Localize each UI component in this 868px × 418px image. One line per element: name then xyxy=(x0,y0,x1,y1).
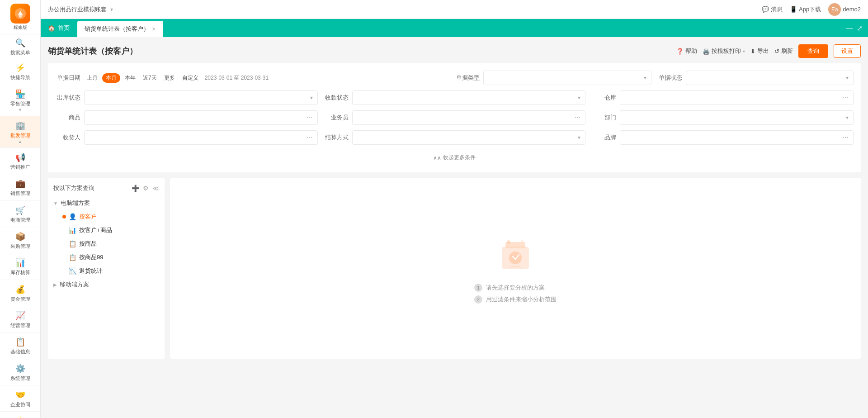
settings-scheme-button[interactable]: ⚙ xyxy=(143,185,149,192)
export-icon: ⬇ xyxy=(750,48,755,55)
message-label: 消息 xyxy=(771,5,783,14)
goods-more-icon[interactable]: ··· xyxy=(307,114,312,122)
refresh-icon: ↺ xyxy=(774,48,779,55)
payment-select[interactable]: ▾ xyxy=(352,90,586,105)
sidebar-item-operation[interactable]: 📈 经营管理 xyxy=(0,306,40,332)
status-label: 单据状态 xyxy=(657,74,682,82)
tree-item-by-goods-99[interactable]: 📋 按商品99 xyxy=(57,251,165,264)
refresh-button[interactable]: ↺ 刷新 xyxy=(774,47,793,55)
outstatus-chevron-icon: ▾ xyxy=(310,95,313,101)
salesperson-label: 业务员 xyxy=(323,114,349,122)
sidebar-item-marketing[interactable]: 📢 营销推广 xyxy=(0,148,40,174)
receiver-select[interactable]: ··· xyxy=(84,130,318,145)
warehouse-more-icon[interactable]: ··· xyxy=(843,94,849,102)
tab-minimize-button[interactable]: — xyxy=(846,24,853,32)
finance-icon: 💰 xyxy=(15,285,25,294)
wholesale-icon: 🏢 xyxy=(15,121,25,131)
active-indicator xyxy=(62,215,66,218)
sidebar-nav: 🏪 零售管理 ▼ 🏢 批发管理 ▲ 📢 营销推广 💼 销售管理 🛒 电商管理 📦… xyxy=(0,85,40,418)
stock-icon: 📊 xyxy=(15,258,25,268)
chevron-down-icon: ▼ xyxy=(18,108,22,112)
dept-select[interactable]: ▾ xyxy=(620,110,854,125)
date-tab-custom[interactable]: 自定义 xyxy=(179,73,201,83)
goods-select[interactable]: ··· xyxy=(84,110,318,125)
date-tab-this-month[interactable]: 本月 xyxy=(102,73,120,83)
tab-home[interactable]: 🏠 首页 xyxy=(41,19,77,37)
operation-icon: 📈 xyxy=(15,311,25,321)
body-area: 按以下方案查询 ➕ ⚙ ≪ ▼ 电脑端方案 xyxy=(48,178,861,359)
outstatus-select[interactable]: ▾ xyxy=(84,90,318,105)
right-panel: 1 请先选择要分析的方案 2 用过滤条件来缩小分析范围 xyxy=(170,178,861,359)
print-arrow-icon: ▾ xyxy=(743,49,745,54)
type-select[interactable]: ▾ xyxy=(483,71,651,85)
collapse-panel-button[interactable]: ≪ xyxy=(152,185,159,192)
sidebar-item-basic[interactable]: 📋 基础信息 xyxy=(0,332,40,359)
tree-group-pc[interactable]: ▼ 电脑端方案 xyxy=(48,196,165,210)
sidebar-item-finance[interactable]: 💰 资金管理 xyxy=(0,280,40,306)
tab-bar-right: — ⤢ xyxy=(846,24,868,33)
add-scheme-button[interactable]: ➕ xyxy=(132,185,139,192)
tree-item-by-customer-goods[interactable]: 📊 按客户+商品 xyxy=(57,223,165,237)
settlement-select[interactable]: ▾ xyxy=(352,130,586,145)
app-download-button[interactable]: 📱 App下载 xyxy=(790,5,821,14)
tree-group-mobile[interactable]: ▶ 移动端方案 xyxy=(48,278,165,291)
page-header: 销货单统计表（按客户） ❓ 帮助 🖨️ 按模板打印 ▾ ⬇ 导出 xyxy=(48,44,861,58)
date-filter-control[interactable]: 上月 本月 本年 近7天 更多 自定义 2023-03-01 至 2023-03… xyxy=(84,73,449,83)
brand-more-icon[interactable]: ··· xyxy=(843,133,849,142)
tree-item-by-customer[interactable]: 👤 按客户 xyxy=(57,210,165,223)
date-tab-7days[interactable]: 近7天 xyxy=(140,73,160,83)
sidebar-item-ecommerce[interactable]: 🛒 电商管理 xyxy=(0,201,40,227)
sidebar-search-item[interactable]: 🔍 搜索菜单 xyxy=(0,34,40,59)
tab-maximize-button[interactable]: ⤢ xyxy=(857,24,863,33)
query-button[interactable]: 查询 xyxy=(798,44,828,58)
receiver-more-icon[interactable]: ··· xyxy=(307,133,312,142)
receiver-label: 收货人 xyxy=(55,133,80,142)
filter-dept-item: 部门 ▾ xyxy=(591,110,854,125)
svg-point-6 xyxy=(521,240,524,242)
filter-salesperson-item: 业务员 ··· xyxy=(323,110,586,125)
print-button[interactable]: 🖨️ 按模板打印 ▾ xyxy=(703,47,745,55)
tab-close-button[interactable]: × xyxy=(152,25,156,33)
date-tab-this-year[interactable]: 本年 xyxy=(122,73,138,83)
content-area: 销货单统计表（按客户） ❓ 帮助 🖨️ 按模板打印 ▾ ⬇ 导出 xyxy=(41,37,868,418)
sidebar-quicknav-item[interactable]: ⚡ 快捷导航 xyxy=(0,59,40,84)
sidebar-item-wholesale[interactable]: 🏢 批发管理 ▲ xyxy=(0,116,40,148)
table-icon: 📋 xyxy=(69,240,76,247)
chevron-up-icon: ▲ xyxy=(18,139,22,144)
settings-button[interactable]: 设置 xyxy=(834,44,861,58)
tree-item-by-goods[interactable]: 📋 按商品 xyxy=(57,237,165,251)
sidebar-item-enterprise[interactable]: 🤝 企业协同 xyxy=(0,385,40,412)
user-menu-button[interactable]: Ea demo2 xyxy=(828,3,861,16)
salesperson-more-icon[interactable]: ··· xyxy=(575,114,580,122)
help-icon: ❓ xyxy=(676,48,684,55)
export-button[interactable]: ⬇ 导出 xyxy=(750,47,769,55)
brand-select[interactable]: ··· xyxy=(620,130,854,145)
filter-goods-item: 商品 ··· xyxy=(55,110,318,125)
sidebar-item-purchase[interactable]: 📦 采购管理 xyxy=(0,227,40,253)
search-icon: 🔍 xyxy=(15,38,25,48)
print-icon: 🖨️ xyxy=(703,48,710,55)
table2-icon: 📋 xyxy=(69,254,76,261)
collapse-bar[interactable]: ∧∧ 收起更多条件 xyxy=(55,150,854,165)
hint-text-1: 请先选择要分析的方案 xyxy=(486,284,545,292)
date-tab-more[interactable]: 更多 xyxy=(161,73,178,83)
sidebar-item-system[interactable]: ⚙️ 系统管理 xyxy=(0,359,40,385)
sidebar-item-retail[interactable]: 🏪 零售管理 ▼ xyxy=(0,85,40,116)
sidebar-item-stock[interactable]: 📊 库存核算 xyxy=(0,253,40,280)
date-tab-last-month[interactable]: 上月 xyxy=(84,73,100,83)
sidebar-item-sales[interactable]: 💼 销售管理 xyxy=(0,174,40,200)
empty-hint-1: 1 请先选择要分析的方案 xyxy=(474,284,557,292)
payment-label: 收款状态 xyxy=(323,94,349,102)
salesperson-select[interactable]: ··· xyxy=(352,110,586,125)
message-button[interactable]: 💬 消息 xyxy=(762,5,783,14)
help-button[interactable]: ❓ 帮助 xyxy=(676,47,697,55)
sidebar-item-newbie[interactable]: 🌟 新手引导 xyxy=(0,412,40,418)
status-select[interactable]: ▾ xyxy=(686,71,854,85)
dept-label: 部门 xyxy=(591,114,616,122)
warehouse-label: 仓库 xyxy=(591,94,616,102)
warehouse-select[interactable]: ··· xyxy=(620,90,854,105)
tree-item-return-stats[interactable]: 📉 退货统计 xyxy=(57,264,165,278)
sidebar-logo[interactable]: 标账版 xyxy=(0,0,40,34)
tab-sales-stats[interactable]: 销货单统计表（按客户） × xyxy=(77,21,163,37)
person-icon: 👤 xyxy=(69,213,76,220)
